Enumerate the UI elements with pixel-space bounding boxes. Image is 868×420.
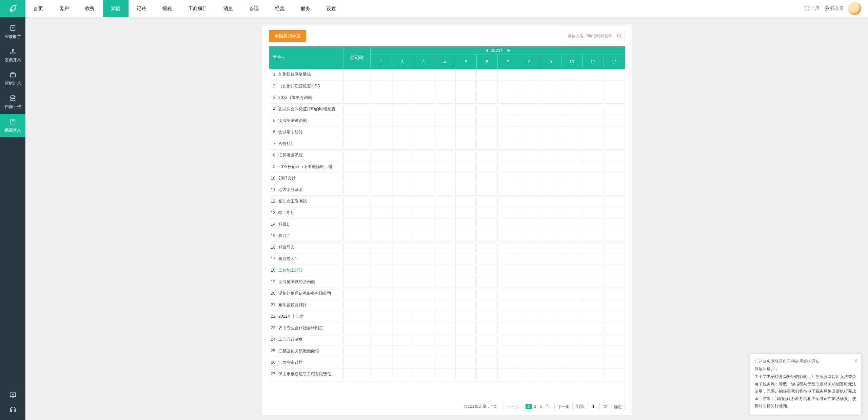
cell-month[interactable] [582, 92, 603, 103]
cell-month[interactable] [582, 357, 603, 368]
cell-month[interactable] [561, 357, 582, 368]
cell-month[interactable] [540, 230, 561, 241]
cell-month[interactable] [371, 334, 392, 345]
cell-month[interactable] [498, 80, 519, 92]
cell-month[interactable] [455, 230, 476, 241]
cell-month[interactable] [603, 195, 624, 207]
cell-month[interactable] [498, 103, 519, 115]
cell-month[interactable] [455, 80, 476, 92]
app-logo[interactable] [0, 0, 25, 17]
cell-month[interactable] [519, 230, 540, 241]
cell-month[interactable] [413, 161, 434, 172]
cell-month[interactable] [476, 184, 497, 195]
cell-month[interactable] [540, 172, 561, 184]
cell-month[interactable] [476, 334, 497, 345]
cell-month[interactable] [413, 322, 434, 334]
cell-month[interactable] [498, 253, 519, 265]
cell-month[interactable] [392, 149, 413, 161]
cell-month[interactable] [476, 311, 497, 322]
cell-month[interactable] [603, 265, 624, 276]
cell-month[interactable] [455, 207, 476, 218]
cell-month[interactable] [561, 311, 582, 322]
monitor-download-icon[interactable] [9, 392, 17, 399]
cell-month[interactable] [540, 345, 561, 357]
cell-month[interactable] [371, 299, 392, 311]
cell-month[interactable] [434, 230, 455, 241]
cell-month[interactable] [498, 207, 519, 218]
cell-month[interactable] [434, 149, 455, 161]
table-row[interactable]: 13辅助期初 [269, 207, 625, 218]
pager-jump-input[interactable] [588, 403, 600, 410]
cell-month[interactable] [371, 161, 392, 172]
table-row[interactable]: 12杨仙女工资测试 [269, 195, 625, 207]
cell-month[interactable] [519, 138, 540, 149]
cell-month[interactable] [519, 241, 540, 253]
cell-month[interactable] [561, 241, 582, 253]
cell-month[interactable] [603, 80, 624, 92]
cell-month[interactable] [561, 299, 582, 311]
cell-month[interactable] [540, 322, 561, 334]
cell-month[interactable] [582, 184, 603, 195]
cell-month[interactable] [455, 195, 476, 207]
cell-month[interactable] [392, 288, 413, 299]
cell-month[interactable] [603, 253, 624, 265]
cell-month[interactable] [540, 241, 561, 253]
cell-month[interactable] [582, 299, 603, 311]
cell-month[interactable] [371, 126, 392, 138]
topnav-item[interactable]: 报税 [154, 0, 180, 17]
cell-month[interactable] [582, 207, 603, 218]
table-row[interactable]: 17科目导入1 [269, 253, 625, 265]
cell-month[interactable] [561, 149, 582, 161]
cell-month[interactable] [498, 241, 519, 253]
cell-month[interactable] [603, 92, 624, 103]
table-row[interactable]: 20温州畅捷通信息服务有限公司 [269, 288, 625, 299]
cell-month[interactable] [561, 103, 582, 115]
cell-month[interactable] [392, 207, 413, 218]
cell-month[interactable] [413, 288, 434, 299]
cell-month[interactable] [434, 138, 455, 149]
cell-month[interactable] [434, 184, 455, 195]
cell-month[interactable] [519, 103, 540, 115]
cell-month[interactable] [371, 253, 392, 265]
pager-confirm-button[interactable]: 确定 [611, 403, 625, 410]
cell-month[interactable] [371, 149, 392, 161]
table-row[interactable]: 25江都区仙女镇泡泡面馆 [269, 345, 625, 357]
cell-month[interactable] [498, 149, 519, 161]
cell-month[interactable] [392, 103, 413, 115]
cell-month[interactable] [413, 172, 434, 184]
cell-month[interactable] [476, 103, 497, 115]
cell-month[interactable] [603, 311, 624, 322]
cell-month[interactable] [540, 368, 561, 380]
cell-month[interactable] [371, 218, 392, 230]
table-row[interactable]: 7合作社1 [269, 138, 625, 149]
cell-month[interactable] [434, 92, 455, 103]
cell-month[interactable] [371, 172, 392, 184]
cell-month[interactable] [434, 311, 455, 322]
cell-month[interactable] [603, 218, 624, 230]
cell-month[interactable] [540, 80, 561, 92]
cell-month[interactable] [561, 69, 582, 80]
table-row[interactable]: 16科目导入 [269, 241, 625, 253]
cell-month[interactable] [603, 69, 624, 80]
cell-month[interactable] [413, 138, 434, 149]
cell-month[interactable] [413, 368, 434, 380]
cell-month[interactable] [392, 299, 413, 311]
cell-month[interactable] [413, 207, 434, 218]
cell-month[interactable] [476, 253, 497, 265]
cell-month[interactable] [561, 368, 582, 380]
cell-month[interactable] [455, 322, 476, 334]
cell-month[interactable] [540, 207, 561, 218]
cell-month[interactable] [476, 357, 497, 368]
pager-prev-button[interactable]: 上一页 [504, 403, 522, 410]
cell-month[interactable] [413, 345, 434, 357]
cell-month[interactable] [476, 195, 497, 207]
cell-month[interactable] [413, 241, 434, 253]
cell-month[interactable] [434, 172, 455, 184]
cell-month[interactable] [476, 161, 497, 172]
cell-month[interactable] [561, 138, 582, 149]
cell-month[interactable] [413, 299, 434, 311]
cell-month[interactable] [392, 126, 413, 138]
cell-month[interactable] [476, 265, 497, 276]
topnav-item[interactable]: 设置 [318, 0, 344, 17]
topnav-item[interactable]: 记账 [129, 0, 154, 17]
